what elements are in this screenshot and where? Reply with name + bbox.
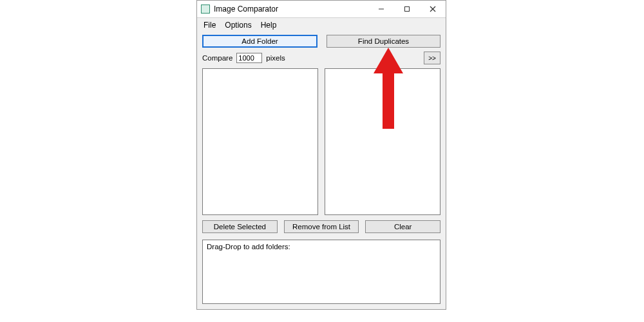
compare-label: Compare	[202, 54, 232, 62]
menu-bar: File Options Help	[197, 18, 446, 33]
maximize-icon	[404, 6, 410, 12]
minimize-button[interactable]	[368, 1, 394, 17]
window-title: Image Comparator	[214, 5, 368, 14]
remove-from-list-button[interactable]: Remove from List	[284, 220, 359, 233]
right-preview-pane[interactable]	[325, 68, 440, 215]
close-icon	[430, 6, 436, 12]
app-window: Image Comparator File Options Help Add F…	[196, 0, 446, 310]
content-area: Add Folder Find Duplicates Compare pixel…	[197, 33, 446, 309]
stage: Image Comparator File Options Help Add F…	[0, 0, 644, 322]
add-folder-button[interactable]: Add Folder	[202, 35, 317, 48]
panes-row	[202, 68, 440, 215]
compare-unit-label: pixels	[266, 54, 285, 62]
app-icon	[201, 5, 210, 14]
svg-rect-1	[405, 7, 410, 12]
compare-pixels-input[interactable]	[236, 53, 262, 63]
title-bar: Image Comparator	[197, 1, 446, 18]
delete-selected-button[interactable]: Delete Selected	[202, 220, 278, 233]
drop-area[interactable]: Drag-Drop to add folders:	[202, 240, 440, 304]
minimize-icon	[378, 6, 384, 12]
action-button-row: Delete Selected Remove from List Clear	[202, 220, 440, 233]
menu-options[interactable]: Options	[225, 21, 251, 30]
top-button-row: Add Folder Find Duplicates	[202, 35, 440, 48]
clear-button[interactable]: Clear	[365, 220, 440, 233]
left-list-pane[interactable]	[202, 68, 318, 215]
find-duplicates-button[interactable]: Find Duplicates	[327, 35, 440, 48]
menu-help[interactable]: Help	[261, 21, 277, 30]
close-button[interactable]	[420, 1, 446, 17]
compare-row: Compare pixels >>	[202, 52, 440, 64]
window-controls	[368, 1, 446, 17]
expand-button[interactable]: >>	[424, 52, 440, 64]
menu-file[interactable]: File	[204, 21, 216, 30]
maximize-button[interactable]	[394, 1, 420, 17]
drop-hint-label: Drag-Drop to add folders:	[207, 243, 290, 251]
